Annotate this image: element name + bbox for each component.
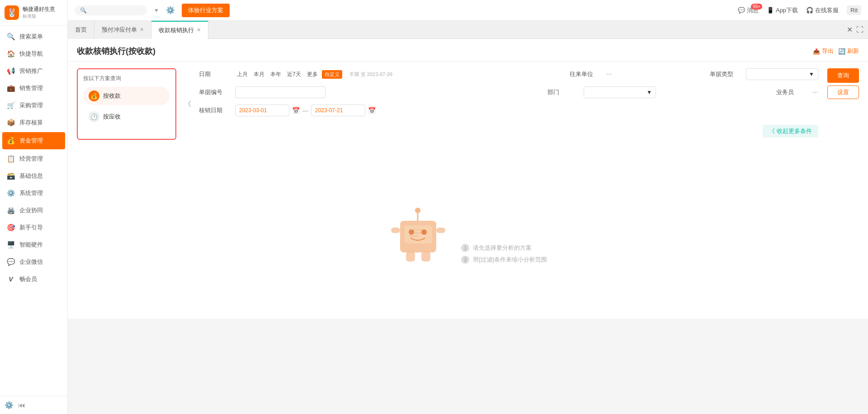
date-quick-btns: 上月 本月 本年 近7天 更多 自定义 [235, 70, 342, 79]
basic-icon: 🗃️ [7, 172, 15, 180]
tab-receipts[interactable]: 收款核销执行 ✕ [151, 21, 208, 39]
finance-icon: 💰 [7, 137, 15, 145]
marketing-icon: 📢 [7, 67, 15, 75]
industry-solution-button[interactable]: 体验行业方案 [182, 4, 230, 17]
sidebar-item-hardware[interactable]: 🖥️ 智能硬件 [0, 236, 67, 253]
search-icon: 🔍 [80, 7, 87, 14]
sidebar-item-inventory[interactable]: 📦 库存核算 [0, 114, 67, 131]
sidebar-label-search: 搜索菜单 [19, 33, 43, 41]
filter-area: 按以下方案查询 💰 按收款 🕐 按应收 《 日期 [68, 62, 868, 147]
date-quick-this-year[interactable]: 本年 [269, 70, 283, 79]
counterparty-more-icon[interactable]: ··· [606, 70, 612, 78]
cooperation-icon: 🖨️ [7, 206, 15, 214]
writeoff-end-calendar-icon[interactable]: 📅 [368, 107, 376, 114]
filter-option-by-receipt[interactable]: 💰 按收款 [83, 87, 170, 105]
collapse-chevron-icon: 《 [769, 127, 775, 135]
settings-icon[interactable]: ⚙️ [5, 401, 14, 409]
date-quick-7days[interactable]: 近7天 [285, 70, 303, 79]
voucher-type-label: 单据类型 [710, 70, 737, 78]
system-icon: ⚙️ [7, 189, 15, 197]
writeoff-end-input[interactable] [311, 105, 365, 116]
filter-option-by-receivable-label: 按应收 [103, 113, 121, 121]
empty-content: 1 请先选择要分析的方案 2 用[过滤]条件来缩小分析范围 [389, 198, 547, 267]
sidebar-item-system[interactable]: ⚙️ 系统管理 [0, 185, 67, 202]
query-button[interactable]: 查询 [827, 68, 859, 83]
salesperson-more-icon[interactable]: ··· [812, 88, 818, 96]
message-icon: 💬 [738, 7, 745, 14]
sidebar-menu: 🔍 搜索菜单 🏠 快捷导航 📢 营销推广 💼 销售管理 🛒 采购管理 📦 库存核… [0, 26, 67, 396]
step-1-number: 1 [461, 244, 469, 252]
tabs-right-actions: ✕ ⛶ [847, 25, 868, 34]
date-custom-tag[interactable]: 自定义 [322, 70, 342, 79]
sidebar-item-operations[interactable]: 📋 经营管理 [0, 150, 67, 167]
tab-close-button[interactable]: ✕ [847, 25, 853, 34]
export-icon: 📤 [813, 48, 820, 55]
refresh-button[interactable]: 🔄 刷新 [838, 47, 859, 55]
tab-receipts-label: 收款核销执行 [159, 26, 194, 34]
sidebar-item-basic[interactable]: 🗃️ 基础信息 [0, 167, 67, 185]
date-label: 日期 [199, 70, 226, 78]
collapse-more: 《 收起更多条件 [199, 123, 818, 140]
topbar: 🔍 ▼ ⚙️ 体验行业方案 💬 消息 99+ 📱 App下载 🎧 在线客服 Ri… [68, 0, 868, 21]
refresh-label: 刷新 [847, 47, 859, 55]
date-quick-last-month[interactable]: 上月 [235, 70, 250, 79]
operations-icon: 📋 [7, 155, 15, 163]
voucher-type-select[interactable]: ▼ [746, 68, 818, 80]
sidebar-item-shortcut[interactable]: 🏠 快捷导航 [0, 45, 67, 62]
filter-sidebar-title: 按以下方案查询 [83, 75, 170, 82]
department-chevron-icon: ▼ [646, 89, 652, 95]
sidebar-label-cooperation: 企业协同 [19, 206, 43, 214]
sidebar-item-wechat[interactable]: 💬 企业微信 [0, 253, 67, 271]
sidebar-label-hardware: 智能硬件 [19, 241, 43, 249]
sidebar-item-finance[interactable]: 💰 资金管理 [2, 132, 65, 149]
topbar-online-service[interactable]: 🎧 在线客服 [806, 6, 839, 14]
tab-expand-button[interactable]: ⛶ [856, 26, 863, 34]
writeoff-start-input[interactable] [235, 105, 289, 116]
svg-point-3 [421, 229, 427, 235]
topbar-gear-icon[interactable]: ⚙️ [166, 6, 175, 14]
writeoff-start-calendar-icon[interactable]: 📅 [292, 107, 300, 114]
sidebar-item-marketing[interactable]: 📢 营销推广 [0, 62, 67, 80]
filter-settings-button[interactable]: 设置 [827, 86, 859, 99]
filter-collapse-button[interactable]: 《 [183, 68, 192, 140]
topbar-user[interactable]: Rit [847, 5, 861, 15]
sidebar-item-search[interactable]: 🔍 搜索菜单 [0, 28, 67, 45]
tab-receipts-close-icon[interactable]: ✕ [197, 27, 201, 33]
sidebar-item-sales[interactable]: 💼 销售管理 [0, 80, 67, 97]
sidebar-label-wechat: 企业微信 [19, 258, 43, 266]
filter-option-by-receivable[interactable]: 🕐 按应收 [83, 108, 170, 126]
export-label: 导出 [822, 47, 834, 55]
content-area: 收款核销执行(按收款) 📤 导出 🔄 刷新 按以下方案查询 💰 按收款 [68, 39, 868, 414]
collapse-more-button[interactable]: 《 收起更多条件 [763, 125, 818, 138]
robot-svg [389, 198, 448, 266]
sidebar-item-member[interactable]: V 畅会员 [0, 271, 67, 288]
department-select[interactable]: ▼ [584, 86, 656, 98]
filter-form-fields: 日期 上月 本月 本年 近7天 更多 自定义 [199, 68, 818, 140]
sidebar-item-cooperation[interactable]: 🖨️ 企业协同 [0, 202, 67, 219]
message-badge: 99+ [751, 4, 762, 10]
voucher-no-input[interactable] [235, 86, 326, 98]
export-button[interactable]: 📤 导出 [813, 47, 834, 55]
collapse-icon[interactable]: ⏮ [18, 401, 25, 409]
home-icon: 🏠 [7, 50, 15, 58]
sidebar-logo: 🐰 畅捷通好生意 标准版 [0, 0, 67, 26]
topbar-app-download[interactable]: 📱 App下载 [767, 6, 798, 14]
topbar-message[interactable]: 💬 消息 99+ [738, 6, 759, 14]
page-actions: 📤 导出 🔄 刷新 [813, 47, 859, 55]
topbar-chevron-icon[interactable]: ▼ [154, 7, 159, 14]
sidebar-item-guide[interactable]: 🎯 新手引导 [0, 219, 67, 236]
receipt-option-icon: 💰 [89, 90, 99, 101]
date-quick-this-month[interactable]: 本月 [252, 70, 266, 79]
date-quick-more[interactable]: 更多 [305, 70, 320, 79]
empty-step-1: 1 请先选择要分析的方案 [461, 244, 547, 252]
sidebar-label-marketing: 营销推广 [19, 67, 43, 75]
sidebar-label-system: 系统管理 [19, 189, 43, 197]
refresh-icon: 🔄 [838, 48, 845, 55]
tab-home[interactable]: 首页 [68, 21, 94, 39]
filter-row-1: 日期 上月 本月 本年 近7天 更多 自定义 [199, 68, 818, 80]
sidebar-item-purchase[interactable]: 🛒 采购管理 [0, 97, 67, 114]
tab-prepay[interactable]: 预付冲应付单 ✕ [94, 21, 151, 39]
topbar-search[interactable]: 🔍 [75, 5, 147, 15]
svg-rect-8 [406, 252, 415, 262]
tab-prepay-close-icon[interactable]: ✕ [140, 27, 144, 33]
